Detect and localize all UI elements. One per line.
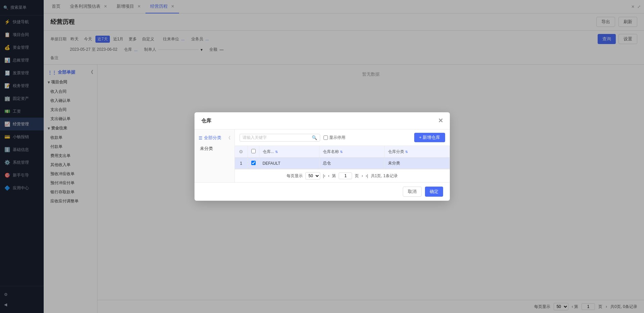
sort-code-icon: ⇅	[275, 150, 278, 154]
modal-page-input[interactable]	[339, 172, 352, 179]
select-all-checkbox[interactable]	[251, 149, 256, 153]
modal-confirm-button[interactable]: 确定	[425, 187, 443, 197]
all-category-label[interactable]: 全部分类	[204, 135, 221, 141]
modal-sidebar-collapse-icon[interactable]: 《	[226, 135, 230, 141]
modal-per-page-label: 每页显示	[287, 173, 303, 179]
modal-sidebar-item-0[interactable]: 未分类	[195, 143, 234, 154]
row-name-0: 总仓	[319, 158, 385, 169]
modal-toolbar: 🔍 显示停用 + 新增仓库	[235, 129, 450, 146]
modal-go-to-label: 第	[332, 173, 336, 179]
modal-col-category: 仓库分类 ⇅	[384, 146, 449, 158]
modal-pagination: 每页显示 50 |‹ ‹ 第 页 › ›| 共1页, 1条记录	[235, 169, 450, 182]
show-disabled-label: 显示停用	[329, 135, 345, 141]
modal-sidebar-header: ☰ 全部分类 《	[195, 133, 234, 143]
sort-category-icon: ⇅	[405, 150, 408, 154]
modal-cancel-button[interactable]: 取消	[403, 187, 422, 197]
modal-body: ☰ 全部分类 《 未分类 🔍 显示停用	[195, 129, 450, 182]
warehouse-modal: 仓库 ✕ ☰ 全部分类 《 未分类	[195, 112, 450, 201]
modal-title: 仓库	[201, 118, 211, 124]
row-gear-0: 1	[235, 158, 248, 169]
modal-last-page[interactable]: ›|	[366, 173, 368, 178]
modal-per-page-select[interactable]: 50	[305, 172, 320, 180]
modal-col-gear: ⚙	[235, 146, 248, 158]
modal-table-wrap: ⚙ 仓库... ⇅	[235, 146, 450, 169]
modal-col-checkbox	[248, 146, 259, 158]
modal-table-header-row: ⚙ 仓库... ⇅	[235, 146, 450, 158]
modal-footer: 取消 确定	[195, 182, 450, 201]
modal-search-icon: 🔍	[312, 135, 317, 140]
modal-header: 仓库 ✕	[195, 112, 450, 129]
sort-name-icon: ⇅	[340, 150, 343, 154]
gear-icon[interactable]: ⚙	[238, 149, 244, 155]
modal-total-text: 共1页, 1条记录	[371, 173, 398, 179]
modal-overlay: 仓库 ✕ ☰ 全部分类 《 未分类	[0, 0, 644, 313]
row-category-0: 未分类	[384, 158, 449, 169]
modal-col-code: 仓库... ⇅	[259, 146, 319, 158]
modal-close-button[interactable]: ✕	[438, 117, 443, 124]
add-warehouse-button[interactable]: + 新增仓库	[414, 133, 445, 142]
show-disabled-checkbox[interactable]: 显示停用	[324, 135, 345, 141]
row-code-0: DEFAULT	[259, 158, 319, 169]
modal-table-row-0[interactable]: 1 DEFAULT 总仓 未分类	[235, 158, 450, 169]
disabled-checkbox-input[interactable]	[324, 135, 328, 140]
modal-next-page[interactable]: ›	[361, 173, 363, 178]
row-checkbox-0[interactable]	[248, 158, 259, 169]
modal-search-box[interactable]: 🔍	[240, 134, 320, 142]
modal-search-input[interactable]	[243, 135, 310, 140]
modal-main: 🔍 显示停用 + 新增仓库	[235, 129, 450, 182]
modal-first-page[interactable]: |‹	[323, 173, 325, 178]
modal-page-label: 页	[355, 173, 359, 179]
modal-col-name: 仓库名称 ⇅	[319, 146, 385, 158]
all-category-icon: ☰	[199, 135, 203, 141]
modal-prev-page[interactable]: ‹	[328, 173, 329, 178]
modal-table: ⚙ 仓库... ⇅	[235, 146, 450, 169]
modal-sidebar: ☰ 全部分类 《 未分类	[195, 129, 235, 182]
